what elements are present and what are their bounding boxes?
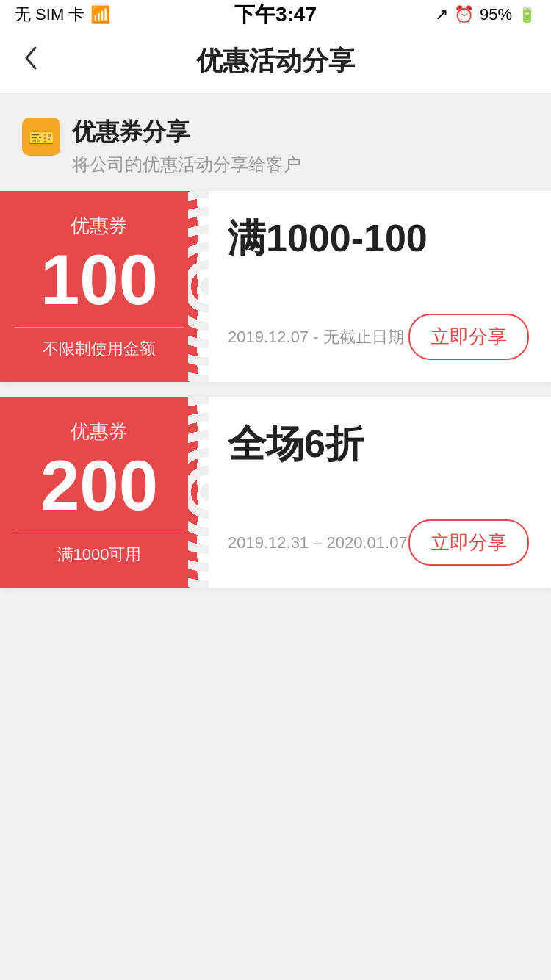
coupon-date-1: 2019.12.07 - 无截止日期 — [228, 326, 408, 348]
coupon-title-1: 满1000-100 — [228, 213, 529, 264]
share-button-2[interactable]: 立即分享 — [408, 519, 529, 566]
location-icon: ↗ — [435, 5, 448, 24]
coupon-card-2: 优惠券 200 满1000可用 全场6折 2019.12.31 – 2020.0… — [0, 397, 551, 588]
nav-bar: 优惠活动分享 — [0, 29, 551, 94]
coupon-divider-1 — [15, 327, 184, 328]
wifi-icon: 📶 — [90, 5, 110, 24]
coupon-condition-1: 不限制使用金额 — [43, 338, 156, 360]
coupon-right-2: 全场6折 2019.12.31 – 2020.01.07 立即分享 — [198, 397, 551, 588]
signal-text: 无 SIM 卡 — [15, 4, 84, 26]
section-text: 优惠券分享 将公司的优惠活动分享给客户 — [72, 116, 301, 176]
coupon-type-2: 优惠券 — [71, 419, 128, 444]
section-subtitle: 将公司的优惠活动分享给客户 — [72, 153, 301, 176]
section-title: 优惠券分享 — [72, 116, 301, 148]
battery-text: 95% — [480, 5, 512, 24]
coupon-bottom-1: 2019.12.07 - 无截止日期 立即分享 — [228, 314, 529, 360]
status-right: ↗ ⏰ 95% 🔋 — [435, 5, 536, 24]
coupon-left-1: 优惠券 100 不限制使用金额 — [0, 191, 198, 382]
status-time: 下午3:47 — [234, 1, 317, 29]
coupon-right-1: 满1000-100 2019.12.07 - 无截止日期 立即分享 — [198, 191, 551, 382]
share-button-1[interactable]: 立即分享 — [408, 314, 529, 360]
coupon-icon: 🎫 — [29, 125, 54, 149]
coupon-date-2: 2019.12.31 – 2020.01.07 — [228, 533, 408, 552]
coupons-list: 优惠券 100 不限制使用金额 满1000-100 2019.12.07 - 无… — [0, 191, 551, 617]
coupon-amount-1: 100 — [40, 245, 158, 315]
status-left: 无 SIM 卡 📶 — [15, 4, 110, 26]
coupon-title-2: 全场6折 — [228, 419, 529, 470]
coupon-condition-2: 满1000可用 — [57, 544, 142, 566]
coupon-amount-2: 200 — [40, 450, 158, 521]
back-button[interactable] — [22, 43, 40, 79]
coupon-divider-2 — [15, 533, 184, 533]
bottom-area — [0, 617, 551, 980]
battery-icon: 🔋 — [518, 6, 536, 24]
coupon-card-1: 优惠券 100 不限制使用金额 满1000-100 2019.12.07 - 无… — [0, 191, 551, 382]
alarm-icon: ⏰ — [454, 5, 474, 24]
coupon-left-2: 优惠券 200 满1000可用 — [0, 397, 198, 588]
status-bar: 无 SIM 卡 📶 下午3:47 ↗ ⏰ 95% 🔋 — [0, 0, 551, 29]
page-title: 优惠活动分享 — [196, 43, 355, 79]
section-icon: 🎫 — [22, 118, 60, 156]
coupon-bottom-2: 2019.12.31 – 2020.01.07 立即分享 — [228, 519, 529, 566]
section-header: 🎫 优惠券分享 将公司的优惠活动分享给客户 — [0, 94, 551, 191]
coupon-type-1: 优惠券 — [71, 213, 128, 239]
